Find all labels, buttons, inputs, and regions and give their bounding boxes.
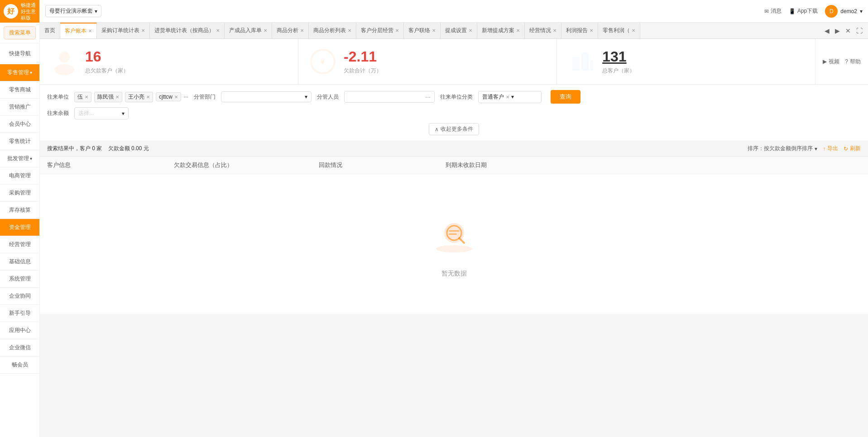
stat-label-total: 总客户（家） — [602, 67, 635, 75]
tab-close-icon[interactable]: ✕ — [141, 28, 145, 33]
sidebar-item-basic-info[interactable]: 基础信息 — [0, 253, 39, 271]
tab-goods-analysis[interactable]: 商品分析 ✕ — [272, 23, 309, 39]
search-menu-button[interactable]: 搜索菜单 — [4, 26, 36, 39]
tab-inbound-stats[interactable]: 进货单统计表（按商品） ✕ — [150, 23, 225, 39]
sidebar-item-label: 应用中心 — [9, 327, 31, 333]
sidebar-item-member2[interactable]: 畅会员 — [0, 356, 39, 374]
tabs-close-all-button[interactable]: ✕ — [844, 26, 853, 35]
tab-home[interactable]: 首页 — [40, 23, 60, 39]
tab-accounts[interactable]: 客户账本 ✕ — [60, 23, 97, 39]
sidebar-item-finance[interactable]: 资金管理 — [0, 219, 39, 236]
sidebar-item-enterprise-wechat[interactable]: 企业微信 — [0, 339, 39, 356]
logo-text: 畅捷通好生意 标版 — [21, 2, 36, 21]
tab-retail-profit[interactable]: 零售利润（ ✕ — [598, 23, 640, 39]
sidebar-item-inventory[interactable]: 库存核算 — [0, 202, 39, 219]
quick-nav-button[interactable]: 快捷导航 — [4, 47, 36, 60]
tab-close-icon[interactable]: ✕ — [88, 28, 92, 33]
user-menu[interactable]: D demo2 ▾ — [825, 5, 863, 18]
tag-close-1[interactable]: ✕ — [115, 95, 119, 100]
chevron-down-icon: ▾ — [95, 8, 97, 14]
sidebar-item-label: 库存核算 — [9, 207, 31, 213]
tab-goods-analysis-list[interactable]: 商品分析列表 ✕ — [309, 23, 356, 39]
col-header-1: 欠款交易信息（占比） — [174, 161, 319, 169]
sidebar-item-enterprise[interactable]: 企业协同 — [0, 288, 39, 305]
tab-close-icon[interactable]: ✕ — [216, 28, 220, 33]
amount-icon: ¥ — [309, 48, 336, 75]
tab-close-icon[interactable]: ✕ — [553, 28, 556, 33]
sidebar-quicknav-area: 快捷导航 — [0, 43, 39, 64]
sidebar-item-retail-mall[interactable]: 零售商城 — [0, 81, 39, 99]
sidebar-item-operation-mgmt[interactable]: 经营管理 — [0, 236, 39, 253]
sidebar-item-label: 电商管理 — [9, 172, 31, 179]
more-tags-button[interactable]: ··· — [184, 94, 188, 100]
unit-class-select[interactable]: 普通客户 ✕ ▾ — [478, 91, 542, 103]
tabs-fullscreen-button[interactable]: ⛶ — [854, 26, 864, 35]
sidebar-item-label: 零售商城 — [9, 86, 31, 93]
person-select[interactable]: ··· — [344, 91, 435, 103]
tag-close-0[interactable]: ✕ — [85, 95, 88, 100]
tabs-next-button[interactable]: ▶ — [833, 26, 842, 35]
video-button[interactable]: ▶ 视频 — [823, 58, 839, 66]
unit-class-tag-close[interactable]: ✕ — [506, 95, 509, 100]
sidebar-item-batch-mgmt[interactable]: 批发管理 ▾ — [0, 150, 39, 167]
tab-close-icon[interactable]: ✕ — [516, 28, 520, 33]
tabs-prev-button[interactable]: ◀ — [823, 26, 831, 35]
help-button[interactable]: ? 帮助 — [845, 58, 861, 66]
tab-new-raise-plan[interactable]: 新增提成方案 ✕ — [477, 23, 525, 39]
export-button[interactable]: ↑ 导出 — [823, 145, 838, 152]
tab-purchase-orders[interactable]: 采购订单统计表 ✕ — [97, 23, 150, 39]
person-filter-label: 分管人员 — [317, 93, 339, 101]
sidebar-item-retail-stats[interactable]: 零售统计 — [0, 133, 39, 150]
svg-rect-12 — [449, 233, 457, 235]
sidebar-item-purchase[interactable]: 采购管理 — [0, 185, 39, 202]
tab-close-icon[interactable]: ✕ — [300, 28, 304, 33]
tab-production-inbound[interactable]: 产成品入库单 ✕ — [225, 23, 272, 39]
message-button[interactable]: ✉ 消息 — [764, 7, 782, 15]
message-label: 消息 — [771, 7, 782, 15]
stat-label-amount: 欠款合计（万） — [344, 67, 382, 75]
tab-close-icon[interactable]: ✕ — [264, 28, 267, 33]
tab-close-icon[interactable]: ✕ — [395, 28, 399, 33]
app-download-button[interactable]: 📱 App下载 — [789, 7, 818, 15]
tab-close-icon[interactable]: ✕ — [432, 28, 436, 33]
tab-customer-contact[interactable]: 客户联络 ✕ — [404, 23, 441, 39]
tab-profit-report[interactable]: 利润报告 ✕ — [561, 23, 598, 39]
sidebar-item-label: 企业微信 — [9, 344, 31, 351]
tab-close-icon[interactable]: ✕ — [348, 28, 351, 33]
tab-close-icon[interactable]: ✕ — [590, 28, 593, 33]
sidebar-item-retail-mgmt[interactable]: 零售管理 ▾ — [0, 64, 39, 81]
query-button[interactable]: 查询 — [551, 90, 580, 104]
table-header: 客户信息 欠款交易信息（占比） 回款情况 到期未收款日期 — [40, 157, 868, 174]
balance-select[interactable]: 选择... ▾ — [74, 107, 129, 119]
account-selector[interactable]: 母婴行业演示帐套 ▾ — [45, 5, 101, 17]
collapse-button[interactable]: ∧ 收起更多条件 — [429, 123, 479, 135]
sidebar-item-member[interactable]: 会员中心 — [0, 116, 39, 133]
sidebar-item-new-guide[interactable]: 新手引导 — [0, 305, 39, 322]
tab-label: 零售利润（ — [603, 27, 630, 34]
empty-text: 暂无数据 — [441, 270, 467, 278]
refresh-button[interactable]: ↻ 刷新 — [844, 145, 861, 152]
unit-class-label: 往来单位分类 — [440, 93, 473, 101]
tab-operation[interactable]: 经营情况 ✕ — [525, 23, 561, 39]
chevron-down-icon: ▾ — [30, 70, 32, 75]
stat-value-amount: -2.11 — [344, 48, 382, 65]
tag-close-3[interactable]: ✕ — [174, 95, 178, 100]
tabs-controls: ◀ ▶ ✕ ⛶ — [819, 26, 868, 35]
tab-label: 商品分析列表 — [313, 27, 346, 34]
tab-raise-settings[interactable]: 提成设置 ✕ — [441, 23, 477, 39]
sidebar-item-marketing[interactable]: 营销推广 — [0, 99, 39, 116]
sidebar-item-ecommerce[interactable]: 电商管理 — [0, 167, 39, 185]
app-download-label: App下载 — [797, 7, 818, 15]
tag-close-2[interactable]: ✕ — [146, 95, 150, 100]
tab-customer-seg[interactable]: 客户分层经营 ✕ — [356, 23, 404, 39]
tab-close-icon[interactable]: ✕ — [632, 28, 635, 33]
person-dots[interactable]: ··· — [425, 93, 431, 100]
tab-label: 经营情况 — [529, 27, 551, 34]
page-content: 16 总欠款客户（家） ¥ -2.11 欠款合计（万） — [40, 39, 868, 437]
tab-close-icon[interactable]: ✕ — [469, 28, 472, 33]
sort-button[interactable]: 排序：按欠款金额倒序排序 ▾ — [748, 145, 817, 152]
sidebar-item-app-center[interactable]: 应用中心 — [0, 322, 39, 339]
empty-icon — [432, 210, 477, 264]
dept-select[interactable]: ▾ — [221, 91, 312, 102]
sidebar-item-sys-mgmt[interactable]: 系统管理 — [0, 271, 39, 288]
